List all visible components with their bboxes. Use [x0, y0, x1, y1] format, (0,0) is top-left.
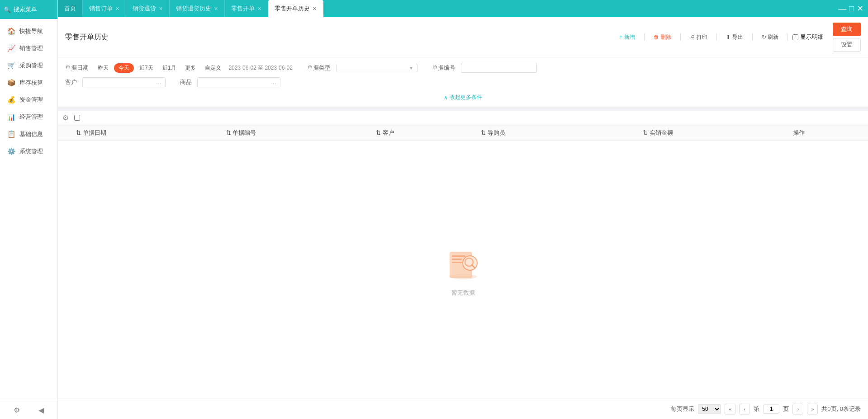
th-no-label: ⇅ 单据编号	[226, 129, 256, 136]
today-btn[interactable]: 今天	[114, 63, 134, 73]
display-detail-toggle[interactable]: 显示明细	[792, 33, 824, 41]
divider-1	[644, 33, 645, 41]
last-page-btn[interactable]: »	[807, 404, 818, 414]
content-area: 零售开单历史 + 新增 🗑 删除 🖨 打印 ⬆ 导出 ↻ 刷新 显示明细 查询	[58, 17, 868, 419]
svg-rect-2	[452, 255, 465, 257]
th-salesperson[interactable]: ⇅ 导购员	[476, 125, 604, 141]
system-icon: ⚙️	[7, 147, 16, 155]
th-action-label: 操作	[793, 129, 805, 136]
doc-type-label: 单据类型	[307, 64, 331, 72]
window-maximize-icon[interactable]: □	[849, 4, 854, 14]
main-area: 首页 销售订单 ✕ 销货退货 ✕ 销货退货历史 ✕ 零售开单 ✕ 零售开单历史 …	[58, 0, 868, 419]
th-date[interactable]: ⇅ 单据日期	[71, 125, 222, 141]
th-no[interactable]: ⇅ 单据编号	[222, 125, 372, 141]
collapse-sidebar-icon[interactable]: ◀	[38, 406, 44, 414]
date-buttons: 昨天 今天 近7天 近1月 更多 自定义 2023-06-02 至 2023-0…	[94, 63, 293, 73]
customer-ellipsis-btn[interactable]: …	[156, 79, 161, 85]
sidebar-item-quick-nav[interactable]: 🏠 快捷导航	[0, 23, 57, 40]
finance-icon: 💰	[7, 96, 16, 104]
display-detail-checkbox[interactable]	[792, 34, 798, 40]
sidebar-nav: 🏠 快捷导航 📈 销售管理 🛒 采购管理 📦 库存核算 💰 资金管理 📊 经营管…	[0, 19, 57, 401]
page-label-after: 页	[783, 405, 789, 413]
column-settings-icon[interactable]: ⚙	[62, 113, 69, 122]
th-amount[interactable]: ⇅ 实销金额	[638, 125, 788, 141]
page-header: 零售开单历史 + 新增 🗑 删除 🖨 打印 ⬆ 导出 ↻ 刷新 显示明细 查询	[58, 17, 868, 57]
settings-bottom-icon[interactable]: ⚙	[14, 406, 20, 414]
custom-btn[interactable]: 自定义	[201, 63, 225, 73]
page-input[interactable]	[763, 405, 779, 414]
chevron-down-icon: ▼	[409, 66, 413, 71]
goods-ellipsis-btn[interactable]: …	[271, 79, 276, 85]
tab-home-label: 首页	[64, 5, 76, 13]
sidebar-item-ops-mgmt[interactable]: 📊 经营管理	[0, 108, 57, 126]
delete-button[interactable]: 🗑 删除	[649, 32, 676, 43]
add-button[interactable]: + 新增	[615, 32, 639, 43]
th-salesperson-label: ⇅ 导购员	[481, 129, 505, 136]
tab-retail-open-close[interactable]: ✕	[257, 6, 261, 12]
tab-retail-history-close[interactable]: ✕	[313, 6, 317, 12]
sidebar: 🔍 搜索菜单 🏠 快捷导航 📈 销售管理 🛒 采购管理 📦 库存核算 💰 资金管…	[0, 0, 58, 419]
tab-retail-open[interactable]: 零售开单 ✕	[225, 0, 268, 17]
doc-no-input[interactable]	[465, 65, 533, 71]
collapse-filter-label: 收起更多条件	[450, 94, 482, 101]
chevron-up-icon: ∧	[444, 94, 448, 101]
tab-right-controls: — □ ✕	[838, 4, 868, 14]
sidebar-search[interactable]: 🔍 搜索菜单	[0, 0, 57, 19]
tab-sales-order[interactable]: 销售订单 ✕	[83, 0, 126, 17]
sidebar-item-purchase-mgmt[interactable]: 🛒 采购管理	[0, 57, 57, 74]
svg-rect-4	[452, 262, 464, 263]
pagination: 每页显示 10 20 50 100 « ‹ 第 页 › » 共0页, 0条记录	[58, 399, 868, 419]
tab-sales-return-history[interactable]: 销货退货历史 ✕	[170, 0, 225, 17]
date-range-display: 2023-06-02 至 2023-06-02	[228, 64, 292, 72]
tab-sales-return[interactable]: 销货退货 ✕	[126, 0, 170, 17]
more-btn[interactable]: 更多	[181, 63, 199, 73]
last1month-btn[interactable]: 近1月	[159, 63, 180, 73]
svg-rect-3	[452, 259, 462, 260]
query-button[interactable]: 查询	[833, 23, 861, 36]
th-checkbox	[58, 125, 71, 141]
page-title: 零售开单历史	[65, 33, 109, 42]
per-page-label: 每页显示	[671, 405, 694, 413]
tab-retail-history[interactable]: 零售开单历史 ✕	[268, 0, 323, 17]
tab-sales-return-history-close[interactable]: ✕	[214, 6, 218, 12]
th-amount-label: ⇅ 实销金额	[643, 129, 673, 136]
purchase-icon: 🛒	[7, 61, 16, 70]
sidebar-item-inventory[interactable]: 📦 库存核算	[0, 74, 57, 91]
yesterday-btn[interactable]: 昨天	[94, 63, 112, 73]
select-all-checkbox[interactable]	[74, 115, 80, 121]
tab-sales-order-close[interactable]: ✕	[115, 6, 119, 12]
doc-no-label: 单据编号	[432, 64, 455, 72]
sidebar-item-finance[interactable]: 💰 资金管理	[0, 91, 57, 108]
last7days-btn[interactable]: 近7天	[136, 63, 157, 73]
goods-input[interactable]	[201, 79, 269, 85]
sidebar-item-label: 销售管理	[19, 44, 43, 52]
th-customer[interactable]: ⇅ 客户	[371, 125, 476, 141]
tab-bar: 首页 销售订单 ✕ 销货退货 ✕ 销货退货历史 ✕ 零售开单 ✕ 零售开单历史 …	[58, 0, 868, 17]
export-button[interactable]: ⬆ 导出	[721, 32, 747, 43]
th-empty	[604, 125, 639, 141]
per-page-select[interactable]: 10 20 50 100	[698, 404, 721, 414]
next-page-btn[interactable]: ›	[792, 404, 803, 414]
sidebar-item-system-mgmt[interactable]: ⚙️ 系统管理	[0, 143, 57, 160]
goods-filter-label: 商品	[180, 78, 192, 86]
tab-home[interactable]: 首页	[58, 0, 83, 17]
sidebar-item-basic-info[interactable]: 📋 基础信息	[0, 126, 57, 143]
sidebar-item-label: 经营管理	[19, 113, 43, 121]
collapse-filter-row[interactable]: ∧ 收起更多条件	[65, 92, 861, 103]
sidebar-item-sales-mgmt[interactable]: 📈 销售管理	[0, 40, 57, 57]
refresh-button[interactable]: ↻ 刷新	[757, 32, 783, 43]
sidebar-search-label: 搜索菜单	[14, 5, 37, 14]
setting-button[interactable]: 设置	[833, 38, 861, 52]
customer-input[interactable]	[86, 79, 154, 85]
tab-sales-order-label: 销售订单	[89, 5, 113, 13]
doc-type-select[interactable]: ▼	[336, 64, 417, 72]
first-page-btn[interactable]: «	[725, 404, 735, 414]
window-minimize-icon[interactable]: —	[838, 4, 846, 14]
tab-retail-open-label: 零售开单	[231, 5, 255, 13]
window-close-icon[interactable]: ✕	[857, 4, 863, 14]
tab-sales-return-close[interactable]: ✕	[159, 6, 163, 12]
data-table: ⇅ 单据日期 ⇅ 单据编号 ⇅ 客户 ⇅ 导购员 ⇅	[58, 125, 868, 141]
print-button[interactable]: 🖨 打印	[685, 32, 712, 43]
filter-area: 单据日期 昨天 今天 近7天 近1月 更多 自定义 2023-06-02 至 2…	[58, 57, 868, 107]
prev-page-btn[interactable]: ‹	[739, 404, 750, 414]
